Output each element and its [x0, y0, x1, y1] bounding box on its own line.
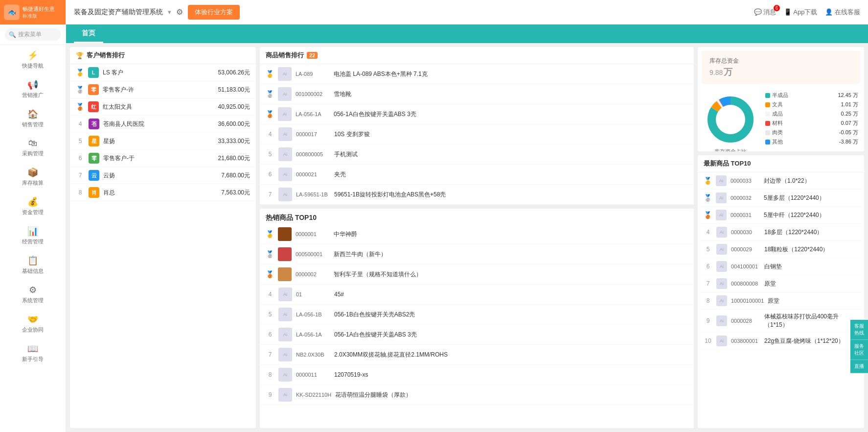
product-thumb: Ai	[278, 168, 292, 181]
sidebar-item-marketing[interactable]: 📢 营销推广	[0, 74, 66, 104]
new-product-thumb: Ai	[716, 278, 727, 289]
new-product-code: 0000033	[731, 178, 760, 184]
product-code: LA-089	[296, 71, 330, 77]
customer-amount: 36,600.00元	[218, 120, 250, 128]
dropdown-arrow[interactable]: ▾	[168, 8, 171, 16]
legend-color	[765, 140, 770, 144]
hot-product-code: 000500001	[296, 251, 330, 257]
customer-amount: 7,680.00元	[221, 171, 250, 180]
new-product-code: 0000029	[731, 246, 760, 252]
logo-text: 畅捷通好生意 标准版	[23, 5, 55, 19]
product-sales-item: 5 Ai 000800005 手机测试	[260, 144, 694, 165]
marketing-label: 营销推广	[22, 92, 44, 99]
legend-color	[765, 130, 770, 135]
trial-button[interactable]: 体验行业方案	[188, 5, 240, 20]
operations-icon: 📊	[27, 226, 38, 237]
product-name: 雪地靴	[334, 90, 688, 98]
new-product-thumb: Ai	[716, 315, 727, 326]
message-button[interactable]: 💬 6 消息	[754, 8, 777, 17]
product-thumb: Ai	[278, 107, 292, 121]
new-product-code: 0000028	[731, 318, 760, 324]
new-product-item: 8 Ai 10000100001 原堂	[698, 292, 864, 310]
legend-value: 0.07 万	[834, 120, 858, 127]
sidebar-item-system[interactable]: ⚙ 系统管理	[0, 280, 66, 309]
new-products-card: 最新商品 TOP10 🥇 Ai 0000033 封边带（1.0*22） 🥈 Ai…	[698, 155, 864, 428]
new-product-code: 0000031	[731, 212, 760, 218]
float-live-btn[interactable]: 直播	[850, 360, 868, 373]
hot-product-thumb: Ai	[278, 308, 292, 321]
customer-avatar: 红	[88, 101, 99, 112]
sidebar-item-collab[interactable]: 🤝 企业协同	[0, 309, 66, 338]
hot-product-code: 0000011	[296, 372, 330, 378]
customer-rank-item: 4 苍 苍南县人民医院 36,600.00元	[70, 116, 256, 133]
gear-icon[interactable]: ⚙	[176, 7, 183, 17]
hot-product-thumb	[278, 267, 292, 281]
customer-name: LS 客户	[103, 69, 214, 77]
product-code: 000800005	[296, 151, 330, 157]
float-community-btn[interactable]: 服务社区	[850, 340, 868, 360]
product-sales-title: 商品销售排行	[266, 51, 304, 60]
app-download-button[interactable]: 📱 App下载	[784, 8, 817, 17]
hot-product-thumb: Ai	[278, 388, 292, 402]
hot-product-name: 45#	[334, 291, 688, 298]
sidebar-item-quicknav[interactable]: ⚡ 快捷导航	[0, 45, 66, 74]
customer-rank-item: 🥈 零 零售客户-许 51,183.00元	[70, 81, 256, 98]
customer-avatar: 星	[89, 136, 99, 146]
inventory-icon: 📦	[27, 167, 38, 178]
logo-icon: 🐟	[4, 4, 20, 20]
hot-products-list: 🥇 0000001 中华神爵 🥈 000500001 新西兰牛肉（新牛） 🥉 0…	[260, 224, 694, 405]
customer-ranking-title: 客户销售排行	[87, 51, 125, 60]
new-product-name: 5厘中纤（1220*2440）	[764, 211, 858, 219]
sidebar-item-guide[interactable]: 📖 新手引导	[0, 338, 66, 368]
product-sales-list: 🥇 Ai LA-089 电池盖 LA-089 ABS本色+黑种 7.1克 🥈 A…	[260, 64, 694, 205]
hot-product-thumb	[278, 227, 292, 241]
quicknav-icon: ⚡	[27, 50, 38, 61]
legend-item: 半成品 12.45 万	[765, 92, 858, 99]
hot-product-code: KK-SD22110H	[296, 392, 331, 398]
marketing-icon: 📢	[27, 79, 38, 90]
new-product-thumb: Ai	[716, 192, 727, 203]
hot-product-code: 01	[296, 291, 330, 297]
hot-product-name: 2.0X30MM双搓花轴,搓花直径2.1MM/ROHS	[334, 351, 688, 359]
sidebar-item-purchase[interactable]: 🛍 采购管理	[0, 133, 66, 162]
product-code: LA-056-1A	[296, 111, 330, 117]
customer-name: 苍南县人民医院	[103, 120, 214, 128]
online-service-button[interactable]: 👤 在线客服	[825, 8, 860, 17]
system-icon: ⚙	[29, 285, 37, 295]
sidebar-item-basic[interactable]: 📋 基础信息	[0, 250, 66, 280]
right-column: 库存总资金 9.88万	[698, 47, 864, 428]
guide-label: 新手引导	[22, 356, 44, 363]
customer-amount: 51,183.00元	[218, 86, 250, 94]
hot-product-name: 花语萌恒温分腿睡袋（厚款）	[335, 391, 688, 399]
sidebar-item-sales[interactable]: 🏠 销售管理	[0, 104, 66, 133]
product-name: 手机测试	[334, 150, 688, 159]
legend-value: -3.86 万	[834, 138, 858, 145]
legend-value: 1.01 万	[834, 101, 858, 108]
sidebar-item-finance[interactable]: 💰 资金管理	[0, 192, 66, 221]
new-product-name: 18多层（1220*2440）	[764, 228, 858, 237]
hot-product-code: 0000002	[296, 271, 330, 277]
legend-item: 肉类 -0.05 万	[765, 129, 858, 136]
hot-product-thumb: Ai	[278, 348, 292, 361]
sales-icon: 🏠	[27, 109, 38, 120]
basic-icon: 📋	[27, 255, 38, 266]
product-thumb: Ai	[278, 67, 292, 81]
customer-avatar: L	[88, 67, 99, 78]
sidebar-search-container[interactable]: 🔍 搜索菜单	[0, 24, 66, 45]
search-menu-item[interactable]: 🔍 搜索菜单	[5, 28, 61, 41]
product-name: 056-1A白色按键开关盖ABS 3壳	[334, 110, 688, 119]
inventory-label: 库存核算	[22, 179, 44, 187]
hot-product-item: 5 Ai LA-056-1B 056-1B白色按键开关壳ABS2壳	[260, 305, 694, 325]
customer-avatar: 肖	[89, 187, 99, 198]
hot-product-thumb: Ai	[278, 328, 292, 341]
float-service-btn[interactable]: 客服热线	[850, 320, 868, 340]
sidebar-item-operations[interactable]: 📊 经营管理	[0, 221, 66, 250]
tab-home[interactable]: 首页	[74, 24, 103, 43]
sidebar-item-inventory[interactable]: 📦 库存核算	[0, 162, 66, 192]
customer-amount: 40,925.00元	[218, 103, 250, 111]
header-right: 💬 6 消息 📱 App下载 👤 在线客服	[754, 8, 860, 17]
new-product-item: 5 Ai 0000029 18颗粒板（1220*2440）	[698, 241, 864, 258]
legend-item: 成品 0.25 万	[765, 110, 858, 118]
service-label: 在线客服	[835, 8, 860, 16]
customer-amount: 21,680.00元	[218, 154, 250, 163]
